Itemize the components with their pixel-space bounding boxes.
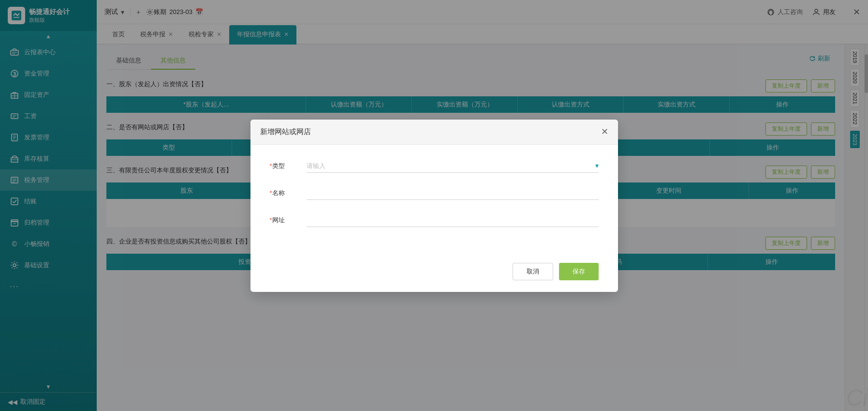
cancel-button[interactable]: 取消 <box>513 263 553 280</box>
required-star-name: * <box>270 189 272 197</box>
form-row-name: *名称 <box>270 186 599 200</box>
name-label: *名称 <box>270 189 299 198</box>
url-input[interactable] <box>307 213 599 227</box>
required-star-url: * <box>270 216 272 224</box>
dialog-header: 新增网站或网店 ✕ <box>250 120 618 145</box>
dialog-close-button[interactable]: ✕ <box>601 127 608 136</box>
type-dropdown-arrow[interactable]: ▾ <box>595 162 599 169</box>
dialog-title: 新增网站或网店 <box>260 127 311 137</box>
form-row-type: *类型 ▾ <box>270 159 599 173</box>
dialog-footer: 取消 保存 <box>250 255 618 292</box>
url-label: *网址 <box>270 216 299 225</box>
type-label: *类型 <box>270 162 299 170</box>
name-input[interactable] <box>307 186 599 199</box>
type-input[interactable] <box>307 159 595 172</box>
modal-overlay[interactable]: 新增网站或网店 ✕ *类型 ▾ *名称 <box>0 0 868 411</box>
name-input-wrapper <box>307 186 599 200</box>
url-input-wrapper <box>307 213 599 227</box>
required-star-type: * <box>270 162 272 169</box>
dialog-body: *类型 ▾ *名称 *网址 <box>250 145 618 255</box>
type-input-wrapper: ▾ <box>307 159 599 173</box>
form-row-url: *网址 <box>270 213 599 227</box>
save-button[interactable]: 保存 <box>559 263 599 280</box>
add-website-dialog: 新增网站或网店 ✕ *类型 ▾ *名称 <box>250 120 618 292</box>
